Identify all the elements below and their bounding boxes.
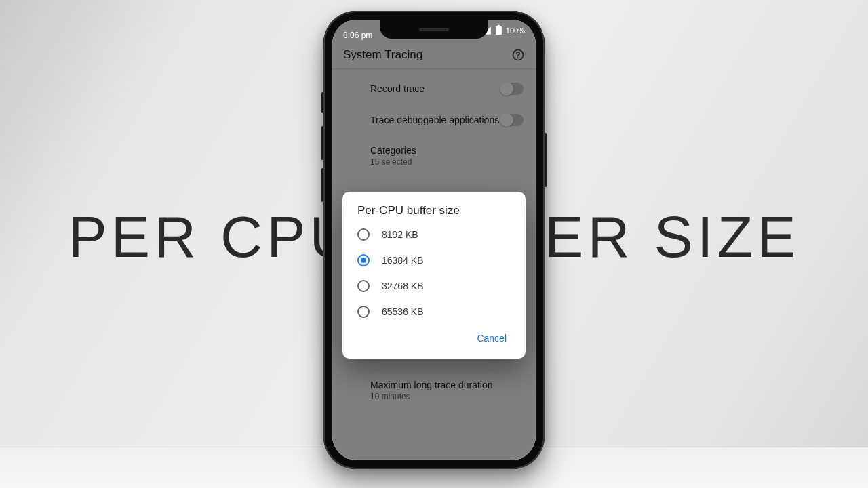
side-button [321,92,323,113]
option-32768[interactable]: 32768 KB [348,273,520,299]
cancel-button[interactable]: Cancel [471,327,512,349]
radio-icon [357,228,370,241]
svg-rect-3 [498,25,500,26]
radio-icon [357,306,370,318]
option-label: 32768 KB [382,281,424,291]
volume-down-button [321,168,323,202]
battery-icon [496,25,502,35]
option-label: 16384 KB [382,255,424,266]
radio-icon [357,254,370,266]
volume-up-button [321,126,323,160]
dialog-title: Per-CPU buffer size [348,204,520,222]
radio-icon [357,280,370,292]
status-time: 8:06 pm [343,30,372,43]
option-16384[interactable]: 16384 KB [348,247,520,273]
dialog-actions: Cancel [348,325,520,354]
svg-rect-2 [496,26,502,35]
stage: PER CPU BUFFER SIZE System Tracing [0,0,868,488]
phone-screen: System Tracing Record trace [332,20,536,460]
option-8192[interactable]: 8192 KB [348,222,520,247]
option-label: 8192 KB [382,229,418,240]
power-button [545,133,547,187]
buffer-size-dialog: Per-CPU buffer size 8192 KB 16384 KB 327… [342,192,526,359]
status-battery-text: 100% [506,26,525,35]
option-label: 65536 KB [382,306,424,317]
option-65536[interactable]: 65536 KB [348,299,520,325]
phone-notch [380,20,488,39]
phone-frame: System Tracing Record trace [323,11,545,469]
